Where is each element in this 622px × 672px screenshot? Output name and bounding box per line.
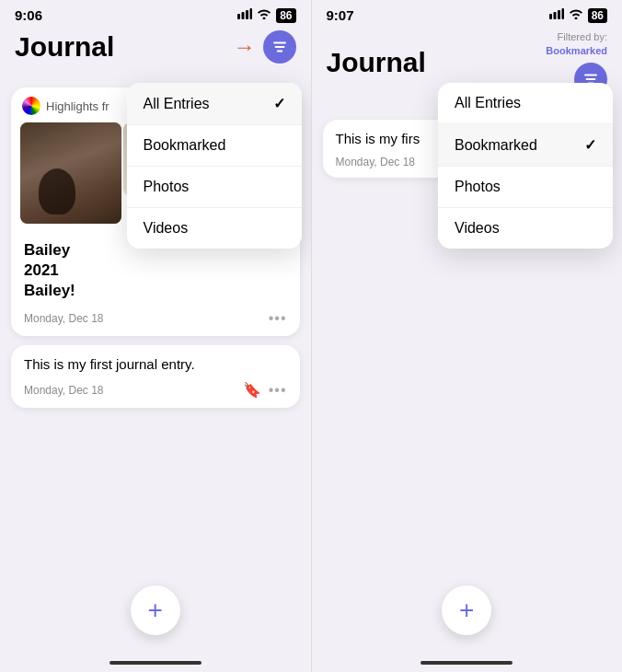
time-left: 9:06 — [15, 7, 42, 23]
dropdown-item-videos-left[interactable]: Videos — [127, 208, 302, 249]
dropdown-label: Photos — [455, 179, 501, 195]
wifi-icon-left — [257, 8, 271, 22]
rainbow-icon — [22, 97, 40, 115]
dropdown-menu-right: All Entries Bookmarked ✓ Photos Videos — [438, 83, 613, 249]
checkmark-left: ✓ — [273, 95, 285, 112]
svg-rect-6 — [558, 10, 560, 19]
dropdown-label: All Entries — [455, 95, 521, 111]
app-title-left: Journal — [15, 31, 114, 63]
app-title-right: Journal — [327, 47, 426, 78]
add-entry-fab-right[interactable]: + — [442, 585, 491, 635]
svg-rect-3 — [250, 8, 253, 19]
dropdown-label: Bookmarked — [144, 137, 226, 154]
dropdown-item-bookmarked-right[interactable]: Bookmarked ✓ — [438, 124, 613, 167]
card2-more-dots[interactable]: ••• — [269, 382, 287, 399]
svg-rect-4 — [549, 14, 552, 19]
filter-button-left[interactable] — [263, 30, 296, 64]
dropdown-item-all-entries-left[interactable]: All Entries ✓ — [127, 83, 302, 125]
checkmark-right: ✓ — [584, 136, 596, 154]
fab-icon-right: + — [459, 596, 474, 625]
svg-rect-2 — [246, 10, 248, 19]
entry-text-left: This is my first journal entry. — [11, 345, 300, 377]
battery-left: 86 — [276, 8, 295, 23]
card1-date: Monday, Dec 18 — [24, 312, 104, 325]
left-panel: 9:06 86 Journal → All Entries ✓ — [0, 0, 312, 672]
signal-icon-left — [237, 8, 252, 22]
dropdown-item-bookmarked-left[interactable]: Bookmarked — [127, 125, 302, 167]
card1-more-dots[interactable]: ••• — [269, 310, 287, 327]
time-right: 9:07 — [327, 7, 354, 23]
dropdown-label: Bookmarked — [455, 137, 537, 154]
filtered-by-label: Filtered by: Bookmarked — [546, 30, 607, 59]
card1-footer: Monday, Dec 18 ••• — [11, 307, 300, 336]
add-entry-fab-left[interactable]: + — [131, 585, 180, 635]
home-indicator-right — [420, 661, 513, 665]
app-header-left: Journal → — [0, 27, 311, 71]
fab-icon-left: + — [148, 596, 163, 625]
filter-icon-left — [271, 39, 288, 55]
card2-footer: Monday, Dec 18 🔖 ••• — [11, 377, 300, 408]
dropdown-item-videos-right[interactable]: Videos — [438, 208, 613, 249]
card2-date: Monday, Dec 18 — [24, 384, 104, 397]
svg-rect-5 — [553, 12, 556, 19]
card-right-date: Monday, Dec 18 — [336, 156, 416, 168]
dropdown-item-photos-left[interactable]: Photos — [127, 167, 302, 208]
photo-main — [20, 122, 121, 224]
status-bar-left: 9:06 86 — [0, 0, 311, 27]
arrow-indicator: → — [234, 34, 256, 60]
card1-title: Bailey 2021 Bailey! — [24, 240, 287, 301]
dropdown-label: Videos — [144, 220, 189, 237]
highlights-label: Highlights fr — [46, 99, 109, 113]
dropdown-label: Videos — [455, 220, 500, 237]
signal-icon-right — [549, 8, 564, 22]
wifi-icon-right — [569, 8, 583, 22]
status-bar-right: 9:07 86 — [312, 0, 623, 27]
bookmark-icon-left: 🔖 — [243, 381, 261, 399]
battery-right: 86 — [588, 8, 607, 23]
svg-rect-7 — [561, 8, 564, 19]
right-panel: 9:07 86 Journal Filtered by: Bookmarked — [312, 0, 623, 672]
status-icons-right: 86 — [549, 8, 607, 23]
journal-entry-card-left[interactable]: This is my first journal entry. Monday, … — [11, 345, 300, 408]
home-indicator-left — [109, 661, 202, 665]
dropdown-label: All Entries — [144, 96, 210, 112]
dropdown-item-all-entries-right[interactable]: All Entries — [438, 83, 613, 124]
svg-rect-0 — [237, 14, 240, 19]
svg-rect-1 — [242, 12, 245, 19]
dropdown-item-photos-right[interactable]: Photos — [438, 167, 613, 208]
dropdown-menu-left: All Entries ✓ Bookmarked Photos Videos — [127, 83, 302, 249]
status-icons-left: 86 — [237, 8, 295, 23]
dropdown-label: Photos — [144, 179, 190, 195]
